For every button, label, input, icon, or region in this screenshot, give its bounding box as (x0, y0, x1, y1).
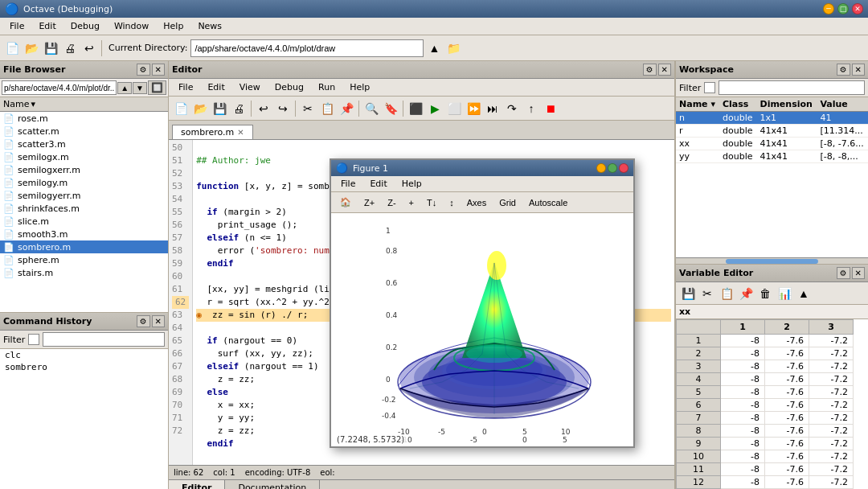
ws-col-class[interactable]: Class (719, 97, 756, 112)
ws-scrollbar-thumb[interactable] (726, 259, 818, 264)
new-file-button[interactable]: 📄 (3, 39, 21, 57)
fig-autoscale-button[interactable]: Autoscale (523, 195, 573, 210)
fb-options-button[interactable]: ⚙ (137, 64, 150, 76)
ve-cell-7-2[interactable]: -7.2 (809, 425, 854, 438)
ch-filter-input[interactable] (43, 332, 165, 347)
editor-debug-stepout-button[interactable]: ↑ (522, 100, 540, 117)
fb-close-button[interactable]: ✕ (152, 64, 165, 76)
editor-menu-edit[interactable]: Edit (201, 80, 231, 94)
editor-bookmark-button[interactable]: 🔖 (382, 100, 399, 117)
maximize-button[interactable]: □ (837, 3, 849, 14)
ve-row[interactable]: 3-8-7.6-7.2 (677, 360, 854, 373)
menu-debug[interactable]: Debug (64, 19, 106, 33)
ve-cell-3-2[interactable]: -7.2 (809, 373, 854, 386)
menu-edit[interactable]: Edit (32, 19, 62, 33)
ve-col-1[interactable]: 1 (721, 320, 765, 335)
open-file-button[interactable]: 📂 (23, 39, 40, 57)
current-directory-input[interactable] (190, 39, 424, 57)
ve-cell-5-2[interactable]: -7.2 (809, 399, 854, 412)
fig-menu-edit[interactable]: Edit (363, 177, 393, 191)
ve-cell-3-0[interactable]: -8 (721, 373, 765, 386)
ve-row[interactable]: 8-8-7.6-7.2 (677, 425, 854, 438)
fb-icon-button[interactable]: 🔲 (148, 80, 166, 95)
file-item-rose[interactable]: 📄 rose.m (0, 112, 168, 125)
editor-debug-stop-button[interactable]: ⏹ (542, 100, 559, 117)
editor-new-button[interactable]: 📄 (172, 100, 190, 117)
file-item-scatter3[interactable]: 📄 scatter3.m (0, 138, 168, 150)
figure1-content[interactable]: 1 0.8 0.6 0.4 0.2 0 -0.2 -0.4 -10 -5 0 5… (331, 213, 633, 446)
ve-cell-5-0[interactable]: -8 (721, 399, 765, 412)
ch-item-clc[interactable]: clc (0, 349, 168, 361)
ve-col-3[interactable]: 3 (809, 320, 854, 335)
file-item-semilogyerr[interactable]: 📄 semilogyerr.m (0, 189, 168, 202)
editor-options-button[interactable]: ⚙ (643, 64, 657, 76)
ve-row[interactable]: 7-8-7.6-7.2 (677, 412, 854, 425)
ve-cell-2-2[interactable]: -7.2 (809, 360, 854, 373)
ve-cell-7-0[interactable]: -8 (721, 425, 765, 438)
ve-close-button[interactable]: ✕ (852, 267, 865, 279)
ve-row[interactable]: 1-8-7.6-7.2 (677, 335, 854, 347)
ve-cell-8-2[interactable]: -7.2 (809, 438, 854, 450)
ve-cell-9-0[interactable]: -8 (721, 450, 765, 463)
ve-cell-7-1[interactable]: -7.6 (765, 425, 809, 438)
file-item-stairs[interactable]: 📄 stairs.m (0, 266, 168, 279)
ve-cell-1-0[interactable]: -8 (721, 347, 765, 360)
fig-zoom-plus-button[interactable]: Z+ (358, 195, 380, 210)
menu-news[interactable]: News (191, 19, 228, 33)
ws-col-name[interactable]: Name ▾ (676, 97, 719, 112)
editor-run-button[interactable]: ▶ (426, 100, 444, 117)
fig-menu-help[interactable]: Help (395, 177, 428, 191)
ve-cell-3-1[interactable]: -7.6 (765, 373, 809, 386)
editor-print-button[interactable]: 🖨 (230, 100, 248, 117)
fig-rotate-button[interactable]: T↓ (421, 195, 442, 210)
ve-cell-10-2[interactable]: -7.2 (809, 463, 854, 476)
fig-grid-button[interactable]: Grid (493, 195, 522, 210)
fig-close-button[interactable] (619, 163, 628, 173)
ve-cell-10-0[interactable]: -8 (721, 463, 765, 476)
workspace-scrollbar[interactable] (676, 257, 868, 264)
fb-up-button[interactable]: ▲ (117, 82, 132, 94)
menu-help[interactable]: Help (157, 19, 190, 33)
editor-find-button[interactable]: 🔍 (362, 100, 380, 117)
editor-menu-file[interactable]: File (172, 80, 199, 94)
tab-documentation[interactable]: Documentation (225, 480, 320, 489)
ws-col-dimension[interactable]: Dimension (757, 97, 817, 112)
ve-cell-6-1[interactable]: -7.6 (765, 412, 809, 425)
ve-cell-4-0[interactable]: -8 (721, 386, 765, 399)
ws-filter-input[interactable] (719, 80, 865, 95)
ve-row[interactable]: 5-8-7.6-7.2 (677, 386, 854, 399)
fb-down-button[interactable]: ▼ (133, 82, 147, 94)
print-button[interactable]: 🖨 (61, 39, 79, 57)
browse-button[interactable]: 📁 (444, 39, 462, 57)
minimize-button[interactable]: ─ (823, 3, 834, 14)
file-item-scatter[interactable]: 📄 scatter.m (0, 125, 168, 138)
editor-debug-continue-button[interactable]: ⏩ (465, 100, 482, 117)
editor-tab-sombrero[interactable]: sombrero.m ✕ (172, 125, 253, 139)
ws-close-button[interactable]: ✕ (852, 64, 865, 76)
close-button[interactable]: ✕ (852, 3, 863, 14)
ve-cell-4-2[interactable]: -7.2 (809, 386, 854, 399)
save-button[interactable]: 💾 (42, 39, 59, 57)
editor-close-button[interactable]: ✕ (658, 64, 671, 76)
ws-filter-checkbox[interactable] (704, 82, 715, 93)
fb-name-column[interactable]: Name ▾ (3, 99, 165, 109)
file-item-shrinkfaces[interactable]: 📄 shrinkfaces.m (0, 202, 168, 215)
fig-axes-button[interactable]: Axes (461, 195, 492, 210)
editor-stop-button[interactable]: ⬛ (407, 100, 424, 117)
ve-cell-1-2[interactable]: -7.2 (809, 347, 854, 360)
ve-cell-8-1[interactable]: -7.6 (765, 438, 809, 450)
ve-cell-4-1[interactable]: -7.6 (765, 386, 809, 399)
fig-home-button[interactable]: 🏠 (334, 195, 357, 210)
editor-debug-step-button[interactable]: ⏭ (484, 100, 502, 117)
ve-cell-8-0[interactable]: -8 (721, 438, 765, 450)
ch-options-button[interactable]: ⚙ (137, 315, 150, 327)
ve-cell-2-0[interactable]: -8 (721, 360, 765, 373)
fig-maximize-button[interactable] (608, 163, 617, 173)
editor-open-button[interactable]: 📂 (191, 100, 209, 117)
file-item-semilogy[interactable]: 📄 semilogy.m (0, 176, 168, 189)
ve-cell-11-0[interactable]: -8 (721, 476, 765, 489)
ve-row[interactable]: 10-8-7.6-7.2 (677, 450, 854, 463)
ve-paste-button[interactable]: 📌 (737, 285, 755, 302)
ve-up-button[interactable]: ▲ (795, 285, 813, 302)
editor-menu-run[interactable]: Run (312, 80, 342, 94)
